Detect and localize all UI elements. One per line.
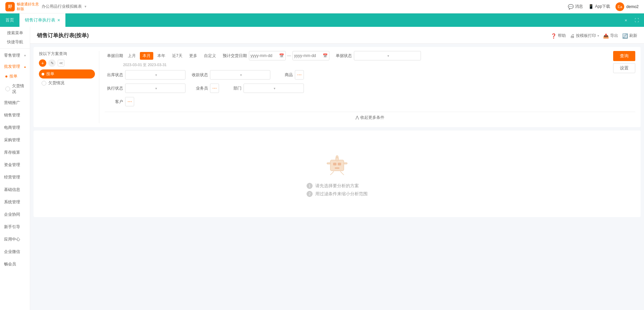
- date-range-display: 2023-03-01 至 2023-03-31: [105, 62, 605, 67]
- sidebar-search[interactable]: 搜索菜单: [0, 27, 30, 38]
- date-tabs: 上月 本月 本年 近7天 更多 自定义: [125, 52, 219, 60]
- page-title: 销售订单执行表(按单): [37, 32, 89, 39]
- collapse-scheme-button[interactable]: ≪: [58, 60, 64, 66]
- date-range-picker: 📅 — 📅: [249, 51, 329, 60]
- refresh-button[interactable]: 🔄 刷新: [622, 33, 637, 39]
- tab-home[interactable]: 首页: [0, 13, 19, 27]
- out-status-select[interactable]: ▾: [125, 70, 185, 80]
- sidebar-section-wholesale[interactable]: 批发管理 ▴: [0, 62, 30, 71]
- tab-bar-actions: × ⛶: [621, 15, 644, 25]
- date-tab-7days[interactable]: 近7天: [169, 52, 185, 60]
- out-status-label: 出库状态: [105, 72, 123, 78]
- print-button[interactable]: 🖨 按模板打印 ▾: [570, 33, 599, 39]
- customer-picker[interactable]: ···: [125, 97, 134, 106]
- tab-close-icon[interactable]: ×: [57, 17, 60, 23]
- sidebar-sub-backorder[interactable]: 欠货情况: [0, 81, 30, 97]
- empty-hint-item-1: 1 请先选择要分析的方案: [307, 183, 368, 189]
- sidebar-quick-nav[interactable]: 快捷导航: [0, 38, 30, 48]
- sidebar-item-enterprise[interactable]: 企业协同: [0, 208, 30, 221]
- date-tab-last-month[interactable]: 上月: [125, 52, 139, 60]
- sidebar: 搜索菜单 快捷导航 零售管理 ▾ 批发管理 ▴ 按单 欠货情况 营销推广 销售管…: [0, 27, 30, 310]
- date-start-input[interactable]: [251, 53, 279, 58]
- logo-area: 好 畅捷通好生意 标版: [5, 2, 39, 11]
- sidebar-item-purchase[interactable]: 采购管理: [0, 134, 30, 146]
- date-start-wrap: 📅: [249, 51, 286, 60]
- sidebar-item-inventory[interactable]: 库存核算: [0, 146, 30, 159]
- print-arrow-icon: ▾: [597, 34, 599, 38]
- collect-status-select[interactable]: ▾: [210, 70, 270, 80]
- action-buttons: 查询 设置: [613, 51, 635, 73]
- filter-field-exec-status: 执行状态 ▾: [105, 84, 185, 93]
- page-header: 销售订单执行表(按单) ❓ 帮助 🖨 按模板打印 ▾ 📤 导出 🔄 刷新: [30, 27, 644, 44]
- dept-label: 部门: [223, 86, 241, 91]
- chevron-down-icon: ▾: [240, 73, 268, 77]
- doc-status-select[interactable]: ▾: [354, 51, 421, 60]
- settings-button[interactable]: 设置: [613, 63, 635, 73]
- sidebar-item-newuser[interactable]: 新手引导: [0, 221, 30, 233]
- sidebar-item-sales[interactable]: 销售管理: [0, 109, 30, 121]
- sidebar-item-wechat[interactable]: 企业微信: [0, 246, 30, 258]
- add-scheme-button[interactable]: +: [39, 59, 46, 67]
- dept-select[interactable]: ▾: [244, 84, 304, 93]
- app-download-button[interactable]: 📱 App下载: [588, 4, 610, 9]
- message-button[interactable]: 💬 消息: [568, 4, 583, 9]
- salesman-picker[interactable]: ···: [210, 84, 219, 93]
- chevron-down-icon: ▾: [387, 54, 419, 58]
- calendar-start-icon: 📅: [279, 53, 284, 58]
- filter-scheme-panel: 按以下方案查询 + ✎ ≪ 按单 欠货情况: [39, 51, 99, 123]
- sidebar-item-finance[interactable]: 资金管理: [0, 159, 30, 171]
- sidebar-item-marketing[interactable]: 营销推广: [0, 97, 30, 109]
- top-bar-left: 好 畅捷通好生意 标版 办公用品行业模拟账表 ▾: [5, 2, 87, 11]
- filter-field-salesman: 业务员 ···: [190, 84, 219, 93]
- tab-maximize-button[interactable]: ⛶: [632, 15, 641, 25]
- app-title-arrow[interactable]: ▾: [85, 4, 87, 9]
- user-menu[interactable]: Ea demo2: [615, 2, 639, 11]
- export-button[interactable]: 📤 导出: [603, 33, 618, 39]
- empty-hint: 1 请先选择要分析的方案 2 用过滤条件来缩小分析范围: [307, 183, 368, 197]
- collect-status-label: 收款状态: [190, 72, 208, 78]
- svg-rect-1: [333, 163, 336, 165]
- chevron-down-icon: ▾: [274, 87, 302, 90]
- collapse-up-icon: ⋀: [356, 115, 359, 120]
- search-button[interactable]: 查询: [613, 51, 635, 61]
- sidebar-item-ecommerce[interactable]: 电商管理: [0, 121, 30, 134]
- chevron-up-icon: ▴: [24, 65, 26, 68]
- date-tab-more[interactable]: 更多: [186, 52, 200, 60]
- tab-sales-order[interactable]: 销售订单执行表 ×: [19, 13, 65, 27]
- print-icon: 🖨: [570, 33, 575, 39]
- active-dot-icon: [42, 73, 44, 75]
- help-button[interactable]: ❓ 帮助: [551, 33, 566, 39]
- exec-status-select[interactable]: ▾: [125, 84, 185, 93]
- scheme-item-by-order[interactable]: 按单: [39, 69, 95, 79]
- filter-fields-main: 单据日期 上月 本月 本年 近7天 更多 自定义: [105, 51, 605, 110]
- date-tab-this-year[interactable]: 本年: [155, 52, 168, 60]
- scheme-item-backorder[interactable]: 欠货情况: [39, 79, 95, 88]
- collapse-filters-button[interactable]: ⋀ 收起更多条件: [105, 112, 635, 123]
- sidebar-item-member[interactable]: 畅会员: [0, 258, 30, 270]
- tab-minimize-button[interactable]: ×: [621, 15, 631, 25]
- filter-field-dept: 部门 ▾: [223, 84, 304, 93]
- filter-row-3: 执行状态 ▾ 业务员 ···: [105, 84, 605, 93]
- sidebar-item-retail[interactable]: 零售管理 ▾: [0, 49, 30, 62]
- top-bar-right: 💬 消息 📱 App下载 Ea demo2: [568, 2, 639, 11]
- sidebar-item-operations[interactable]: 经营管理: [0, 171, 30, 184]
- date-end-input[interactable]: [294, 53, 323, 58]
- sidebar-item-basic-info[interactable]: 基础信息: [0, 184, 30, 196]
- edit-scheme-button[interactable]: ✎: [48, 59, 56, 67]
- date-tab-this-month[interactable]: 本月: [140, 52, 153, 60]
- goods-picker[interactable]: ···: [295, 70, 304, 80]
- chevron-down-icon: ▾: [155, 73, 183, 77]
- circle-icon: [42, 81, 46, 86]
- export-icon: 📤: [603, 33, 609, 39]
- message-icon: 💬: [568, 4, 574, 9]
- date-tab-custom[interactable]: 自定义: [201, 52, 219, 60]
- sidebar-sub-by-order[interactable]: 按单: [0, 71, 30, 81]
- sidebar-item-appcenter[interactable]: 应用中心: [0, 233, 30, 246]
- sidebar-divider-1: [0, 48, 30, 49]
- filter-field-goods: 商品 ···: [274, 70, 304, 80]
- hint-num-2: 2: [307, 191, 313, 197]
- sidebar-item-system[interactable]: 系统管理: [0, 196, 30, 208]
- goods-label: 商品: [274, 72, 293, 78]
- svg-rect-6: [327, 163, 330, 164]
- filter-field-expected-date: 预计交货日期 📅 —: [223, 51, 329, 60]
